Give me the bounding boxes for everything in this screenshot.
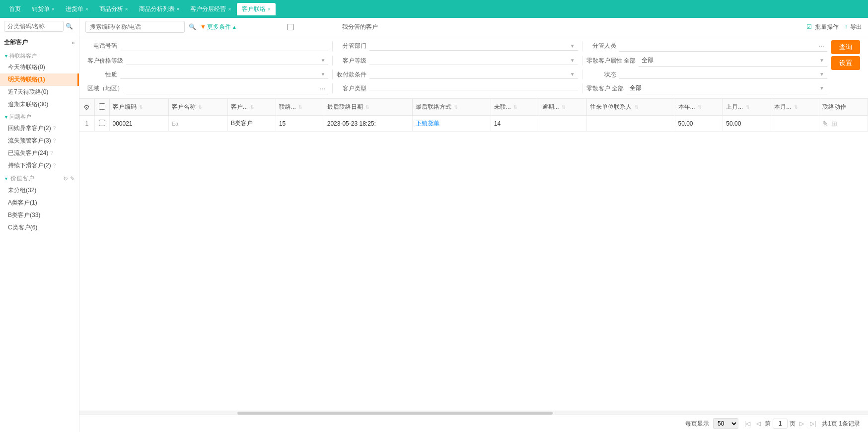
group-problem-customers[interactable]: 问题客户 bbox=[0, 111, 79, 122]
group-pending-contact[interactable]: 待联络客户 bbox=[0, 50, 79, 61]
sidebar-item-tomorrow[interactable]: 明天待联络(1) bbox=[0, 73, 79, 86]
scrollbar-thumb[interactable] bbox=[237, 412, 553, 415]
last-page-btn[interactable]: ▷| bbox=[808, 419, 818, 428]
manager-input[interactable]: ··· bbox=[619, 40, 827, 52]
cust-type-select[interactable] bbox=[369, 87, 578, 90]
sidebar-item-typeC[interactable]: C类客户(6) bbox=[0, 221, 79, 234]
sort-last-date-icon[interactable]: ⇅ bbox=[365, 105, 369, 110]
setting-button[interactable]: 设置 bbox=[831, 56, 860, 70]
sidebar-item-typeB[interactable]: B类客户(33) bbox=[0, 209, 79, 221]
nav-sales[interactable]: 销货单 × bbox=[27, 3, 60, 15]
sort-this-year-icon[interactable]: ⇅ bbox=[698, 105, 702, 110]
nav-customer-contact[interactable]: 客户联络 × bbox=[237, 3, 276, 15]
select-all-checkbox[interactable] bbox=[99, 103, 105, 110]
batch-op-btn[interactable]: ☑ 批量操作 bbox=[806, 23, 838, 31]
col-last-date: 最后联络日期 ⇅ bbox=[324, 99, 412, 116]
sort-last-month-icon[interactable]: ⇅ bbox=[746, 105, 750, 110]
per-page-label: 每页显示 bbox=[685, 420, 709, 428]
horizontal-scrollbar[interactable] bbox=[79, 411, 868, 415]
close-customer-seg-icon[interactable]: × bbox=[228, 6, 231, 12]
col-this-year: 本年... ⇅ bbox=[675, 99, 723, 116]
filter-status: 状态 ▼ bbox=[586, 70, 827, 79]
advanced-filter: 电话号码 分管部门 ▼ 分管人 bbox=[79, 36, 868, 99]
sort-type-icon[interactable]: ⇅ bbox=[250, 105, 254, 110]
table-header-row: ⚙ 客户编码 ⇅ 客户名称 ⇅ bbox=[79, 99, 868, 116]
sort-contact-person-icon[interactable]: ⇅ bbox=[635, 105, 639, 110]
payment-arrow-icon: ▼ bbox=[570, 72, 575, 77]
nav-customer-seg[interactable]: 客户分层经营 × bbox=[185, 3, 236, 15]
close-purchase-icon[interactable]: × bbox=[85, 6, 88, 12]
group-value-customers-header: ▼ 价值客户 ↻ ✎ bbox=[0, 172, 79, 184]
edit-icon[interactable]: ✎ bbox=[70, 175, 75, 182]
search-input[interactable] bbox=[85, 21, 185, 33]
my-customers-checkbox[interactable] bbox=[241, 24, 340, 30]
grid-action-icon[interactable]: ⊞ bbox=[831, 120, 837, 128]
close-analysis-icon[interactable]: × bbox=[125, 6, 128, 12]
sidebar-item-lost[interactable]: 已流失客户(24) ? bbox=[0, 147, 79, 159]
sidebar-item-declining[interactable]: 持续下滑客户(2) ? bbox=[0, 159, 79, 172]
settings-gear-icon[interactable]: ⚙ bbox=[83, 103, 90, 111]
sidebar-search-input[interactable] bbox=[4, 21, 64, 32]
sidebar-item-week7[interactable]: 近7天待联络(0) bbox=[0, 86, 79, 98]
prev-page-btn[interactable]: ◁ bbox=[754, 419, 763, 428]
col-code: 客户编码 ⇅ bbox=[109, 99, 168, 116]
query-button[interactable]: 查询 bbox=[831, 40, 860, 54]
cust-type-label: 客户类型 bbox=[337, 84, 366, 93]
nature-select[interactable]: ▼ bbox=[120, 70, 328, 79]
price-level-select[interactable]: ▼ bbox=[126, 56, 328, 65]
row-checkbox[interactable] bbox=[99, 120, 105, 126]
close-sales-icon[interactable]: × bbox=[52, 6, 55, 12]
sidebar-item-churn[interactable]: 流失预警客户(3) ? bbox=[0, 135, 79, 147]
sidebar-item-typeA[interactable]: A类客户(1) bbox=[0, 197, 79, 209]
refresh-icon[interactable]: ↻ bbox=[63, 175, 68, 182]
nav-analysis-list[interactable]: 商品分析列表 × bbox=[134, 3, 185, 15]
edit-action-icon[interactable]: ✎ bbox=[822, 120, 828, 128]
nav-analysis[interactable]: 商品分析 × bbox=[94, 3, 133, 15]
dept-label: 分管部门 bbox=[337, 42, 366, 50]
scatter-label: 零散客户 全部 bbox=[586, 84, 624, 93]
filter-right-actions: ☑ 批量操作 ↑ 导出 bbox=[806, 23, 862, 31]
filter-row-3: 性质 ▼ 收付款条件 ▼ bbox=[87, 70, 827, 79]
page-label: 第 bbox=[765, 420, 771, 428]
region-input[interactable]: ··· bbox=[126, 83, 328, 94]
customer-level-select[interactable]: ▼ bbox=[369, 56, 578, 65]
all-customers-header[interactable]: 全部客户 « bbox=[0, 35, 79, 50]
sidebar-item-repurchase[interactable]: 回购异常客户(2) ? bbox=[0, 122, 79, 135]
divider-1 bbox=[332, 41, 333, 51]
export-btn[interactable]: ↑ 导出 bbox=[845, 23, 862, 31]
sort-uncontacted-icon[interactable]: ⇅ bbox=[513, 105, 517, 110]
nav-purchase[interactable]: 进货单 × bbox=[61, 3, 93, 15]
sidebar-item-overdue[interactable]: 逾期未联络(30) bbox=[0, 98, 79, 111]
sort-this-month-icon[interactable]: ⇅ bbox=[794, 105, 798, 110]
close-analysis-list-icon[interactable]: × bbox=[177, 6, 180, 12]
checkbox-icon: ☑ bbox=[806, 23, 812, 30]
sidebar-item-today[interactable]: 今天待联络(0) bbox=[0, 61, 79, 73]
last-method-link[interactable]: 下销货单 bbox=[416, 120, 439, 127]
help-repurchase-icon: ? bbox=[53, 126, 56, 131]
first-page-btn[interactable]: |◁ bbox=[742, 419, 752, 428]
sidebar-item-unclassified[interactable]: 未分组(32) bbox=[0, 184, 79, 197]
sort-overdue-icon[interactable]: ⇅ bbox=[562, 105, 566, 110]
search-button[interactable]: 🔍 bbox=[189, 23, 196, 30]
scatter-attr-select[interactable]: 全部 ▼ bbox=[639, 55, 827, 67]
sort-code-icon[interactable]: ⇅ bbox=[139, 105, 143, 110]
pagination: |◁ ◁ 第 页 ▷ ▷| bbox=[742, 419, 818, 429]
more-conditions-btn[interactable]: ▼ 更多条件 ▲ bbox=[200, 23, 237, 31]
nav-home[interactable]: 首页 bbox=[4, 3, 26, 15]
sidebar-search-icon[interactable]: 🔍 bbox=[66, 23, 73, 30]
status-select[interactable]: ▼ bbox=[619, 70, 827, 79]
phone-input[interactable] bbox=[120, 41, 328, 51]
page-input[interactable] bbox=[773, 419, 788, 429]
scatter-select[interactable]: 全部 ▼ bbox=[627, 82, 827, 94]
per-page-select[interactable]: 50 100 200 bbox=[713, 418, 738, 429]
cell-uncontacted: 14 bbox=[491, 116, 539, 132]
sort-name-icon[interactable]: ⇅ bbox=[198, 105, 202, 110]
sort-contact-icon[interactable]: ⇅ bbox=[298, 105, 302, 110]
next-page-btn[interactable]: ▷ bbox=[797, 419, 806, 428]
col-checkbox bbox=[94, 99, 109, 116]
content-area: 🔍 ▼ 更多条件 ▲ 我分管的客户 ☑ 批量操作 ↑ 导出 bbox=[79, 18, 868, 432]
sort-last-method-icon[interactable]: ⇅ bbox=[454, 105, 458, 110]
dept-select[interactable]: ▼ bbox=[369, 42, 578, 51]
close-customer-contact-icon[interactable]: × bbox=[268, 6, 271, 12]
payment-select[interactable]: ▼ bbox=[369, 70, 578, 79]
